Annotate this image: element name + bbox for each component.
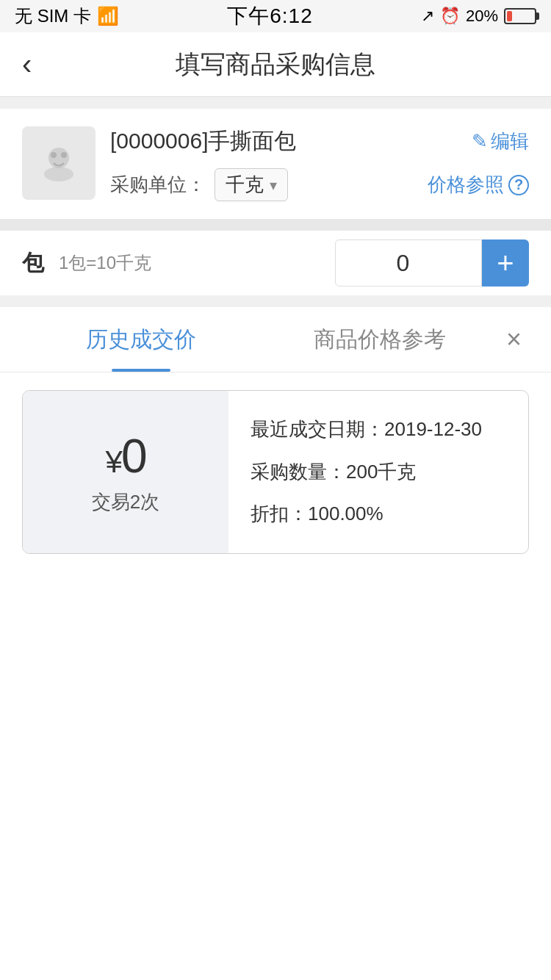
product-name: [0000006]手撕面包 [110,126,296,156]
quantity-input[interactable] [335,239,482,287]
transaction-count: 交易2次 [92,489,159,515]
discount-row: 折扣：100.00% [251,499,506,530]
package-icon: 包 [22,248,44,278]
price-ref-label: 价格参照 [428,172,504,198]
recent-date-row: 最近成交日期：2019-12-30 [251,414,506,445]
edit-button[interactable]: ✎ 编辑 [472,129,529,154]
status-time: 下午6:12 [227,2,313,30]
quantity-section: 包 1包=10千克 + [0,231,551,295]
price-card: ¥0 交易2次 最近成交日期：2019-12-30 采购数量：200千克 折扣：… [22,390,529,554]
battery-icon [504,8,536,24]
quantity-input-group: + [335,239,529,287]
price-value: 0 [121,430,146,483]
carrier-label: 无 SIM 卡 [15,4,91,28]
status-right: ↗ ⏰ 20% [421,7,536,26]
svg-point-3 [61,152,67,158]
recent-date-label: 最近成交日期： [251,418,384,440]
unit-selector[interactable]: 千克 ▾ [215,168,288,201]
discount-value: 100.00% [308,502,383,525]
product-thumbnail [22,126,96,200]
unit-label: 采购单位： [110,172,206,198]
recent-date-value: 2019-12-30 [384,418,482,440]
tab-active-indicator [112,369,170,372]
back-button[interactable]: ‹ [22,40,39,88]
chevron-down-icon: ▾ [270,176,277,194]
status-bar: 无 SIM 卡 📶 下午6:12 ↗ ⏰ 20% [0,0,551,32]
wifi-icon: 📶 [97,6,119,26]
tab-product-price-ref[interactable]: 商品价格参考 [260,307,498,372]
discount-label: 折扣： [251,502,308,525]
status-left: 无 SIM 卡 📶 [15,4,119,28]
edit-icon: ✎ [472,130,488,153]
alarm-icon: ⏰ [440,7,460,26]
unit-value: 千克 [226,172,264,198]
price-card-left: ¥0 交易2次 [23,391,228,553]
tab-history-price-label: 历史成交价 [86,325,196,355]
tab-product-price-ref-label: 商品价格参考 [314,325,446,355]
battery-percent: 20% [466,7,498,26]
svg-point-1 [44,167,73,181]
tab-close-button[interactable]: × [499,317,529,362]
edit-label: 编辑 [491,129,529,154]
package-unit-group: 包 1包=10千克 [22,248,151,278]
currency-symbol: ¥ [106,444,121,479]
card-section: ¥0 交易2次 最近成交日期：2019-12-30 采购数量：200千克 折扣：… [0,372,551,572]
tab-history-price[interactable]: 历史成交价 [22,307,260,372]
product-image-icon [33,137,84,189]
section-divider [0,219,551,231]
location-icon: ↗ [421,7,434,26]
svg-point-2 [51,152,57,158]
price-amount-display: ¥0 [106,429,146,483]
page-title: 填写商品采购信息 [176,48,375,82]
tabs-row: 历史成交价 商品价格参考 × [0,307,551,372]
bottom-area [0,572,551,980]
purchase-qty-row: 采购数量：200千克 [251,457,506,488]
product-section: [0000006]手撕面包 ✎ 编辑 采购单位： 千克 ▾ 价格参照 ? [0,109,551,219]
tabs-section: 历史成交价 商品价格参考 × [0,307,551,372]
nav-bar: ‹ 填写商品采购信息 [0,32,551,97]
info-icon: ? [508,175,529,195]
product-details: [0000006]手撕面包 ✎ 编辑 采购单位： 千克 ▾ 价格参照 ? [110,126,529,201]
quantity-increment-button[interactable]: + [482,239,529,287]
purchase-qty-value: 200千克 [346,461,416,483]
price-card-right: 最近成交日期：2019-12-30 采购数量：200千克 折扣：100.00% [228,391,528,553]
price-reference-button[interactable]: 价格参照 ? [428,172,529,198]
conversion-note: 1包=10千克 [59,251,151,275]
purchase-qty-label: 采购数量： [251,461,346,483]
